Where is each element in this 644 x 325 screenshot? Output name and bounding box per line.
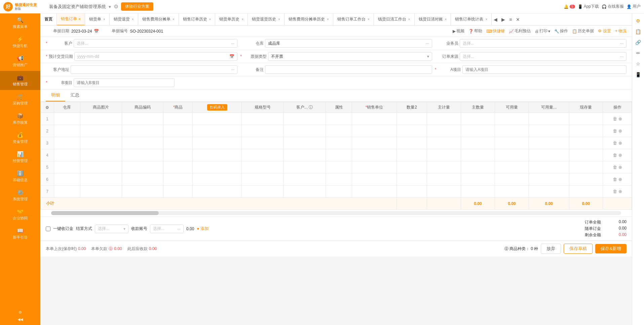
- shortcut-action[interactable]: ⌨快捷键: [486, 28, 505, 34]
- add-payment-button[interactable]: ● 添加: [197, 226, 209, 232]
- right-panel-link-icon[interactable]: 🔗: [634, 38, 643, 47]
- tab-detail[interactable]: 明细: [46, 89, 65, 101]
- tab-order-workbench[interactable]: 销售订单工作台 ×: [333, 13, 374, 26]
- settings-gear-icon[interactable]: ⚙: [114, 3, 118, 10]
- industry-solution-button[interactable]: 体验行业方案: [121, 2, 153, 11]
- scan-button[interactable]: 扫码录入: [207, 104, 227, 111]
- sidebar-item-cooperation[interactable]: 🤝 企业协同: [0, 205, 40, 224]
- discard-button[interactable]: 放弃: [541, 244, 561, 254]
- remark-input[interactable]: [265, 65, 432, 74]
- tab-cash-reconcile[interactable]: 钱货日清对账 ×: [415, 13, 451, 26]
- tab-prev-button[interactable]: ◀: [492, 13, 499, 26]
- col-main-unit: 主计量: [427, 102, 461, 113]
- sidebar-item-search[interactable]: 🔍 搜索菜单: [0, 13, 40, 33]
- row-copy-icon[interactable]: ⊕: [618, 140, 622, 146]
- sidebar-item-system[interactable]: ⚙️ 系统管理: [0, 186, 40, 205]
- row-delete-icon[interactable]: 🗑: [613, 177, 617, 182]
- sidebar-item-quicknav[interactable]: ⚡ 快捷导航: [0, 33, 40, 52]
- help-action[interactable]: ❓帮助: [468, 28, 482, 34]
- row-copy-icon[interactable]: ⊕: [618, 128, 622, 133]
- sidebar-collapse-button[interactable]: ◀◀: [17, 317, 23, 322]
- tab-sales-goods[interactable]: 销货单 ×: [85, 13, 110, 26]
- receipt-no-select[interactable]: 选择... ···: [150, 225, 184, 233]
- row-delete-icon[interactable]: 🗑: [613, 165, 617, 170]
- customer-input[interactable]: 选择... ···: [74, 39, 238, 48]
- col-scan[interactable]: 扫码录入: [193, 102, 242, 113]
- notification-button[interactable]: 🔔 5: [564, 4, 575, 9]
- user-button[interactable]: 👤 用户: [627, 4, 641, 9]
- print-action[interactable]: 🖨打印▾: [535, 28, 550, 34]
- right-panel-star-icon[interactable]: ☆: [634, 59, 643, 69]
- sidebar-item-operations[interactable]: 📊 经营管理: [0, 148, 40, 167]
- warehouse-input[interactable]: 成品库 ···: [265, 39, 432, 48]
- row-copy-icon[interactable]: ⊕: [618, 116, 622, 121]
- calendar-icon[interactable]: 📅: [94, 29, 99, 34]
- sidebar-item-sales[interactable]: 💼 销售管理: [0, 71, 40, 90]
- tab-order-history[interactable]: 销售订单历史 ×: [179, 13, 216, 26]
- sidebar-item-finance[interactable]: 💰 资金管理: [0, 128, 40, 148]
- row-copy-icon[interactable]: ⊕: [618, 153, 622, 158]
- settings-action[interactable]: ⚙ 设置: [598, 28, 611, 34]
- tab-expense-split[interactable]: 销售费用分摊单 ×: [138, 13, 179, 26]
- tab-home[interactable]: 首页: [40, 13, 57, 26]
- add-field-action[interactable]: + 物流: [615, 28, 627, 34]
- right-panel-settings-icon[interactable]: ⚙: [634, 16, 643, 26]
- tab-close-all-button[interactable]: ✕: [514, 13, 522, 26]
- tab-expense-history[interactable]: 销售费用分摊单历史 ×: [285, 13, 333, 26]
- sidebar-item-purchase[interactable]: 🛒 采购管理: [0, 90, 40, 109]
- row-delete-icon[interactable]: 🗑: [613, 189, 617, 194]
- row-delete-icon[interactable]: 🗑: [613, 116, 617, 121]
- b-project-input[interactable]: [74, 78, 175, 87]
- payment-method-select[interactable]: 选择... ▾: [95, 225, 128, 233]
- tab-cash-workbench[interactable]: 钱货日清工作台 ×: [374, 13, 415, 26]
- tab-next-button[interactable]: ▶: [499, 13, 507, 26]
- order-source-label: 订单来源: [435, 54, 458, 59]
- table-scrollbar[interactable]: [51, 211, 621, 215]
- search-icon: 🔍: [17, 17, 24, 23]
- save-draft-button[interactable]: 保存草稿: [564, 244, 593, 254]
- salesperson-input[interactable]: 选择... ···: [460, 39, 627, 48]
- row-copy-icon[interactable]: ⊕: [618, 189, 622, 194]
- video-action[interactable]: ▶视频: [453, 28, 464, 34]
- receivable-label: 此后应收款: [127, 246, 148, 252]
- app-download-button[interactable]: 📱 App下载: [578, 4, 599, 9]
- history-action[interactable]: 📋历史单据: [572, 28, 594, 34]
- sidebar-item-basic[interactable]: ℹ️ 基础信息: [0, 167, 40, 186]
- sidebar-item-guide[interactable]: 📖 新手引导: [0, 224, 40, 243]
- row-copy-icon[interactable]: ⊕: [618, 177, 622, 182]
- tab-goods-history[interactable]: 销货单历史 ×: [215, 13, 248, 26]
- tab-return-history[interactable]: 销货退货历史 ×: [248, 13, 285, 26]
- operation-action[interactable]: 🔧操作: [554, 28, 568, 34]
- row-delete-icon[interactable]: 🗑: [613, 153, 617, 158]
- tab-sales-return[interactable]: 销货退货 ×: [110, 13, 138, 26]
- row-copy-icon[interactable]: ⊕: [618, 165, 622, 170]
- sidebar-settings-button[interactable]: ⚙: [18, 310, 22, 315]
- order-source-select[interactable]: 选择... ···: [460, 52, 627, 61]
- right-panel-list-icon[interactable]: 📋: [634, 27, 643, 36]
- inner-tabs: 明细 汇总: [40, 89, 632, 102]
- table-wrap: ⚙ 仓库 商品图片 商品编码 *商品 扫码录入 规格型号 客户... ⓘ 属性 …: [40, 102, 632, 210]
- tab-sales-stats[interactable]: 销售订单统计表 ×: [451, 13, 492, 26]
- a-project-input[interactable]: [462, 65, 627, 74]
- system-dropdown-icon[interactable]: ▾: [109, 4, 111, 9]
- right-panel-edit-icon[interactable]: ✏: [634, 48, 643, 58]
- sidebar-item-inventory[interactable]: 📦 库存核算: [0, 109, 40, 128]
- profit-action[interactable]: 📈毛利预估: [509, 28, 531, 34]
- row-delete-icon[interactable]: 🗑: [613, 140, 617, 146]
- invoice-type-select[interactable]: 不开票 ▾: [268, 52, 432, 61]
- delivery-date-input[interactable]: yyyy-mm-dd 📅: [74, 52, 238, 61]
- bottom-right-actions: ⓪ 商品种类： 0 种 放弃 保存草稿 保存&新增: [504, 244, 627, 254]
- tab-summary[interactable]: 汇总: [65, 89, 85, 101]
- save-new-button[interactable]: 保存&新增: [595, 244, 627, 253]
- right-panel-mobile-icon[interactable]: 📱: [634, 70, 643, 79]
- random-order-row: 随单订金 0.00: [585, 226, 627, 232]
- phone-icon: 📱: [578, 4, 583, 9]
- row-delete-icon[interactable]: 🗑: [613, 128, 617, 133]
- sidebar-item-marketing[interactable]: 📢 营销推广: [0, 52, 40, 71]
- online-service-button[interactable]: 🎧 在线客服: [602, 4, 624, 9]
- tab-sales-order[interactable]: 销售订单 ×: [57, 13, 85, 26]
- one-click-deposit-checkbox[interactable]: [46, 227, 50, 231]
- customer-address-input[interactable]: ···: [71, 65, 237, 74]
- tab-menu-button[interactable]: ≡: [507, 13, 514, 26]
- col-settings[interactable]: ⚙: [41, 102, 54, 113]
